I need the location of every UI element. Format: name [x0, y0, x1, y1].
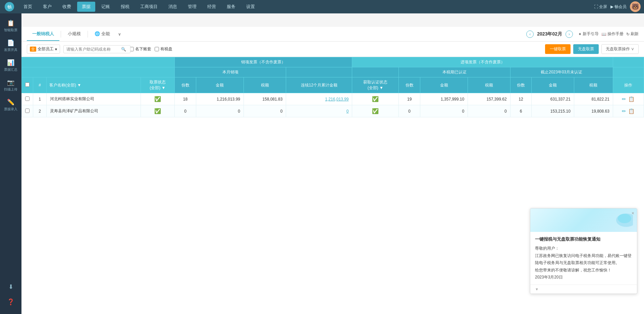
th-purchase-cert-amount: 金额 — [420, 77, 468, 93]
row1-purchase-cert-tax: 157,399.62 — [468, 93, 510, 105]
nav-customer[interactable]: 客户 — [38, 2, 56, 12]
sidebar-item-summary[interactable]: 📊 票据汇总 — [1, 56, 21, 75]
row2-cumulative[interactable]: 0 — [286, 105, 352, 117]
refresh-btn[interactable]: ↻ 刷新 — [626, 31, 639, 37]
search-input[interactable] — [63, 45, 130, 53]
sidebar-help[interactable]: ❓ — [1, 296, 21, 309]
row2-checkbox[interactable] — [22, 105, 33, 117]
select-all-checkbox[interactable] — [25, 82, 30, 87]
nav-home[interactable]: 首页 — [19, 2, 37, 12]
nav-tax[interactable]: 报税 — [116, 2, 134, 12]
subscribed-checkbox[interactable]: 名下账套 — [129, 46, 151, 52]
table-row: 2 灵寿县尚泽矿产品有限公司 ✅ 0 0 0 0 ✅ 0 0 0 6 — [22, 105, 644, 117]
row1-action-buttons: ✏ 📋 — [616, 96, 640, 102]
play-icon: ▶ — [610, 4, 613, 9]
nav-bookkeeping[interactable]: 记账 — [97, 2, 115, 12]
sidebar-item-smart-invoice[interactable]: 📋 智能取票 — [1, 17, 21, 35]
help-icon: ❓ — [7, 298, 14, 306]
employee-badge: 全 — [30, 47, 36, 52]
th-index: # — [33, 77, 47, 93]
th-cumulative: 连续12个月累计金额 — [286, 77, 352, 93]
row1-purchase-cert-count: 19 — [399, 93, 420, 105]
sidebar-download[interactable]: ⬇ — [1, 280, 21, 294]
filter-bar: 全 全部员工 ▾ 🔍 名下账套 有税盘 一键取票 无盘取票 无盘取票操作 ∨ — [21, 42, 644, 57]
row1-checkbox[interactable] — [22, 93, 33, 105]
date-next-btn[interactable]: › — [566, 30, 573, 38]
row1-purchase-uncert-tax: 81,822.21 — [574, 93, 613, 105]
nav-operation[interactable]: 经营 — [203, 2, 221, 12]
row2-action-buttons: ✏ 📋 — [616, 108, 640, 114]
nav-business[interactable]: 工商项目 — [136, 2, 162, 12]
no-disk-ops-btn[interactable]: 无盘取票操作 ∨ — [601, 44, 639, 54]
nav-message[interactable]: 消息 — [164, 2, 182, 12]
row1-cert-icon: ✅ — [372, 96, 379, 102]
row2-status-icon: ✅ — [154, 108, 161, 114]
invoice-table: 销项发票（不含作废票） 进项发票（不含作废票） 本月销项 本税期已认证 截止20… — [21, 57, 644, 117]
tab-general-taxpayer[interactable]: 一般纳税人 — [27, 27, 59, 41]
date-prev-btn[interactable]: ‹ — [526, 30, 534, 38]
tax-disk-checkbox[interactable]: 有税盘 — [155, 46, 172, 52]
sidebar-item-entry[interactable]: ✏️ 票据录入 — [1, 96, 21, 114]
th-action: 操作 — [613, 77, 644, 93]
popup-close-btn[interactable]: × — [632, 210, 634, 216]
popup-date: 2023年3月20日 — [535, 274, 632, 281]
row2-purchase-uncert-count: 6 — [510, 105, 532, 117]
fullscreen-icon: ⛶ — [594, 4, 598, 9]
fullscreen-btn[interactable]: ⛶ 全屏 — [594, 4, 607, 10]
row1-cumulative[interactable]: 1,216,013.99 — [286, 93, 352, 105]
nav-fees[interactable]: 收费 — [58, 2, 76, 12]
tab-more-btn[interactable]: ∨ — [115, 28, 124, 40]
row1-view-btn[interactable]: 📋 — [628, 96, 635, 102]
tab-all[interactable]: 🌐 全能 — [89, 27, 115, 41]
row1-edit-btn[interactable]: ✏ — [622, 96, 626, 102]
avatar[interactable]: 🐻 — [630, 1, 641, 12]
row2-purchase-uncert-tax: 19,808.63 — [574, 105, 613, 117]
top-nav-right: ⛶ 全屏 ▶ 畅会员 🐻 — [594, 1, 641, 12]
popup-scroll-indicator: ▼ — [535, 287, 539, 291]
search-icon[interactable]: 🔍 — [121, 47, 126, 52]
no-disk-btn[interactable]: 无盘取票 — [573, 44, 599, 54]
row2-status: ✅ — [141, 105, 174, 117]
popup-greeting: 尊敬的用户： — [535, 245, 632, 252]
table-header-period: 本月销项 本税期已认证 截止2023年03月未认证 — [22, 67, 644, 77]
th-action-group — [613, 57, 644, 67]
row2-view-btn[interactable]: 📋 — [628, 108, 635, 114]
row1-index: 1 — [33, 93, 47, 105]
th-purchase-cert-status: 获取认证状态(全部) ▼ — [352, 77, 399, 93]
popup-apology: 给您带来的不便敬请谅解，祝您工作愉快！ — [535, 267, 632, 274]
table-row: 1 河北柯搭林实业有限公司 ✅ 18 1,216,013.99 158,081.… — [22, 93, 644, 105]
nav-service[interactable]: 服务 — [222, 2, 240, 12]
nav-settings[interactable]: 设置 — [241, 2, 260, 12]
tab-bar: 一般纳税人 小规模 🌐 全能 ∨ ‹ 2023年02月 › ✦ 新手引导 📖 操… — [21, 27, 644, 42]
row2-edit-btn[interactable]: ✏ — [622, 108, 626, 114]
th-purchase-uncert-amount: 金额 — [532, 77, 574, 93]
row1-customer: 河北柯搭林实业有限公司 — [47, 93, 141, 105]
popup-scroll[interactable]: 尊敬的用户： 江苏政务网已恢复访问电子税务局功能，易代账一键登陆电子税务局与无盘… — [535, 245, 632, 281]
employee-select[interactable]: 全 全部员工 ▾ — [27, 45, 60, 54]
nav-invoice[interactable]: 票据 — [77, 2, 95, 12]
row1-purchase-uncert-count: 12 — [510, 93, 532, 105]
one-click-btn[interactable]: 一键取票 — [545, 44, 571, 54]
th-customer: 客户名称(全部) ▼ — [47, 77, 141, 93]
sidebar-item-issue-invoice[interactable]: 📄 发票开具 — [1, 37, 21, 55]
table-header-group: 销项发票（不含作废票） 进项发票（不含作废票） — [22, 57, 644, 67]
date-nav: ‹ 2023年02月 › — [526, 30, 573, 38]
row2-cert-icon: ✅ — [372, 108, 379, 114]
member-btn[interactable]: ▶ 畅会员 — [610, 4, 627, 10]
popup-content: 江苏政务网已恢复访问电子税务局功能，易代账一键登陆电子税务局与无盘取票相关功能可… — [535, 252, 632, 267]
sidebar-item-scan[interactable]: 📷 扫描上传 — [1, 76, 21, 95]
nav-admin[interactable]: 管理 — [183, 2, 201, 12]
row1-action: ✏ 📋 — [613, 93, 644, 105]
th-purchase-cert-count: 份数 — [399, 77, 420, 93]
row1-purchase-uncert-amount: 631,337.21 — [532, 93, 574, 105]
table-header-sub: # 客户名称(全部) ▼ 取票状态(全部) ▼ 份数 金额 税额 连续12个月累… — [22, 77, 644, 93]
new-guide-btn[interactable]: ✦ 新手引导 — [578, 31, 599, 37]
manual-btn[interactable]: 📖 操作手册 — [601, 31, 624, 37]
filter-actions: 一键取票 无盘取票 无盘取票操作 ∨ — [545, 44, 639, 54]
top-nav-items: 首页 客户 收费 票据 记账 报税 工商项目 消息 管理 经营 服务 设置 — [19, 2, 594, 12]
globe-icon: 🌐 — [95, 31, 100, 36]
row2-sales-count: 0 — [175, 105, 196, 117]
entry-icon: ✏️ — [7, 99, 14, 106]
row2-customer: 灵寿县尚泽矿产品有限公司 — [47, 105, 141, 117]
tab-small-scale[interactable]: 小规模 — [62, 27, 86, 41]
